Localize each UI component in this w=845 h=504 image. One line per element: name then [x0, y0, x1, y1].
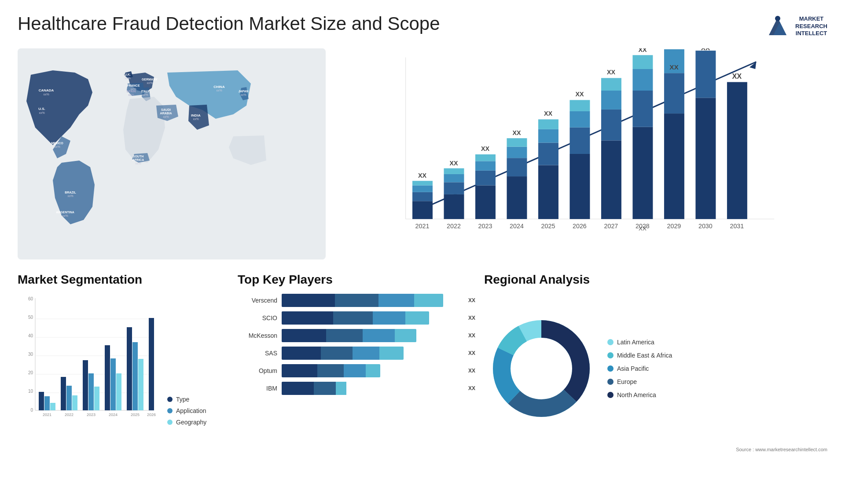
- player-name-optum: Optum: [238, 367, 277, 374]
- svg-rect-80: [664, 113, 684, 219]
- svg-text:xx%: xx%: [193, 117, 198, 121]
- players-table: Verscend XX SCIO: [238, 294, 475, 395]
- market-seg-title: Market Segmentation: [18, 273, 229, 287]
- seg-legend: Type Application Geography: [167, 396, 220, 426]
- svg-rect-81: [664, 73, 684, 113]
- svg-text:0: 0: [30, 408, 33, 413]
- svg-text:XX: XX: [449, 160, 458, 167]
- svg-text:2022: 2022: [447, 223, 461, 230]
- svg-rect-85: [727, 82, 747, 219]
- svg-text:xx%: xx%: [147, 81, 152, 84]
- svg-rect-65: [569, 154, 590, 219]
- svg-text:SOUTH: SOUTH: [133, 155, 144, 158]
- svg-text:xx%: xx%: [216, 89, 222, 92]
- svg-text:xx%: xx%: [125, 77, 130, 80]
- svg-rect-60: [538, 165, 558, 219]
- svg-rect-56: [507, 158, 527, 176]
- svg-text:XX: XX: [575, 91, 584, 98]
- player-row-optum: Optum XX: [238, 364, 475, 377]
- svg-text:2029: 2029: [667, 223, 681, 230]
- svg-rect-66: [569, 128, 590, 154]
- svg-rect-57: [507, 147, 527, 158]
- svg-text:xx%: xx%: [135, 162, 141, 165]
- svg-text:2025: 2025: [541, 223, 555, 230]
- player-xx-sas: XX: [468, 350, 475, 356]
- svg-rect-43: [412, 181, 433, 185]
- svg-text:XX: XX: [701, 48, 710, 51]
- svg-rect-117: [50, 403, 55, 410]
- application-dot: [167, 408, 173, 413]
- top-row: CANADA xx% U.S. xx% MEXICO xx% BRAZIL xx…: [18, 48, 827, 259]
- svg-rect-83: [695, 98, 716, 219]
- svg-rect-61: [538, 142, 558, 165]
- legend-europe: Europe: [607, 378, 672, 386]
- header: Healthcare Fraud Detection Market Size a…: [18, 13, 827, 40]
- svg-rect-53: [475, 154, 496, 161]
- svg-rect-122: [88, 373, 94, 410]
- svg-text:XX: XX: [418, 172, 427, 179]
- world-map-svg: CANADA xx% U.S. xx% MEXICO xx% BRAZIL xx…: [18, 48, 326, 259]
- svg-rect-76: [632, 91, 653, 127]
- svg-rect-62: [538, 129, 558, 143]
- svg-point-142: [513, 340, 570, 397]
- svg-rect-71: [601, 110, 621, 140]
- svg-text:xx%: xx%: [39, 111, 44, 114]
- svg-text:2021: 2021: [415, 223, 430, 230]
- svg-point-2: [775, 16, 780, 21]
- north-america-dot: [607, 392, 614, 398]
- svg-text:JAPAN: JAPAN: [238, 90, 248, 93]
- svg-text:XX: XX: [607, 69, 616, 76]
- logo-text: MARKET RESEARCH INTELLECT: [795, 15, 827, 38]
- svg-rect-84: [695, 51, 716, 98]
- svg-text:BRAZIL: BRAZIL: [65, 191, 76, 194]
- player-row-ibm: IBM XX: [238, 382, 475, 395]
- svg-rect-47: [444, 174, 464, 182]
- svg-rect-129: [138, 359, 143, 410]
- svg-text:xx%: xx%: [54, 145, 60, 148]
- regional-wrap: Latin America Middle East & Africa Asia …: [484, 294, 827, 443]
- legend-asia-pacific: Asia Pacific: [607, 365, 672, 373]
- svg-text:CANADA: CANADA: [39, 88, 54, 92]
- player-name-sas: SAS: [238, 350, 277, 357]
- top-players-section: Top Key Players Verscend XX: [238, 273, 475, 457]
- bar-chart-section: XX XX XX XX: [334, 48, 827, 259]
- svg-rect-124: [105, 345, 110, 410]
- map-container: CANADA xx% U.S. xx% MEXICO xx% BRAZIL xx…: [18, 48, 326, 259]
- svg-text:2023: 2023: [478, 223, 492, 230]
- svg-text:MEXICO: MEXICO: [51, 142, 63, 145]
- svg-rect-123: [94, 387, 99, 410]
- svg-rect-116: [44, 396, 50, 410]
- donut-chart: [484, 311, 599, 426]
- svg-text:SAUDI: SAUDI: [161, 108, 171, 111]
- svg-text:30: 30: [28, 352, 33, 357]
- player-row-scio: SCIO XX: [238, 311, 475, 325]
- svg-rect-51: [475, 171, 496, 186]
- logo-icon: [764, 13, 791, 40]
- player-bar-scio: [282, 311, 461, 325]
- svg-rect-128: [132, 342, 138, 410]
- svg-text:AFRICA: AFRICA: [132, 158, 144, 161]
- svg-text:XX: XX: [669, 63, 679, 71]
- svg-rect-42: [412, 185, 433, 192]
- svg-rect-126: [116, 373, 121, 410]
- player-xx-ibm: XX: [468, 385, 475, 391]
- svg-text:INDIA: INDIA: [191, 113, 201, 117]
- svg-rect-78: [632, 55, 653, 69]
- logo: MARKET RESEARCH INTELLECT: [764, 13, 827, 40]
- svg-rect-52: [475, 161, 496, 170]
- page: Healthcare Fraud Detection Market Size a…: [0, 0, 845, 504]
- svg-rect-125: [110, 358, 116, 410]
- middle-east-africa-dot: [607, 352, 614, 358]
- page-title: Healthcare Fraud Detection Market Size a…: [18, 13, 440, 34]
- svg-rect-75: [632, 127, 653, 219]
- player-row-sas: SAS XX: [238, 347, 475, 360]
- svg-rect-68: [569, 100, 590, 111]
- legend-item-application: Application: [167, 407, 220, 414]
- svg-text:xx%: xx%: [67, 194, 73, 197]
- asia-pacific-dot: [607, 365, 614, 372]
- donut-svg: [484, 311, 599, 426]
- svg-rect-46: [444, 182, 464, 194]
- svg-text:CHINA: CHINA: [213, 85, 225, 89]
- svg-text:2026: 2026: [573, 223, 587, 230]
- svg-text:2024: 2024: [109, 413, 118, 417]
